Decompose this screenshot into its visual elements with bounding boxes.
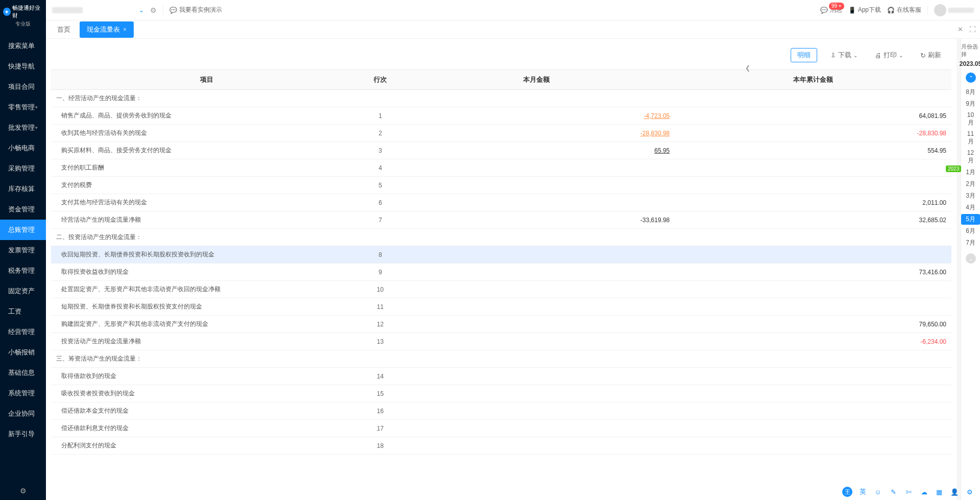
sidebar-item[interactable]: 采购管理 (0, 158, 46, 179)
month-item[interactable]: 10月 (961, 110, 980, 128)
app-download-button[interactable]: 📱 App下载 (848, 6, 881, 14)
logo-icon: ✦ (3, 8, 11, 16)
tool-gear-icon[interactable]: ⚙ (965, 487, 975, 497)
sidebar-item[interactable]: 小畅报销 (0, 342, 46, 363)
table-row[interactable]: 一、经营活动产生的现金流量： (51, 90, 951, 107)
user-menu[interactable] (934, 4, 974, 16)
sidebar-item[interactable]: 零售管理▾ (0, 97, 46, 117)
month-item[interactable]: 3月 (961, 191, 980, 201)
month-scroll-up[interactable]: ⌃ (966, 73, 976, 83)
table-row[interactable]: 支付其他与经营活动有关的现金62,011.00 (51, 194, 951, 211)
sidebar-item[interactable]: 项目合同 (0, 77, 46, 97)
close-tabs-icon[interactable]: ✕ (958, 26, 963, 33)
col-item-header: 项目 (51, 70, 362, 90)
sidebar-item-label: 企业协同 (8, 409, 35, 418)
sidebar-item[interactable]: 发票管理 (0, 240, 46, 260)
sidebar-item[interactable]: 企业协同 (0, 403, 46, 424)
demo-link[interactable]: 💬 我要看实例演示 (169, 6, 222, 14)
cell-year-amount: 554.95 (675, 142, 951, 159)
table-row[interactable]: 偿还借款利息支付的现金17 (51, 420, 951, 437)
table-row[interactable]: 取得投资收益收到的现金973,416.00 (51, 264, 951, 281)
expand-panel-icon[interactable]: ❮ (745, 64, 750, 72)
close-icon[interactable]: × (123, 26, 127, 33)
table-row[interactable]: 二、投资活动产生的现金流量： (51, 229, 951, 246)
table-row[interactable]: 销售产成品、商品、提供劳务收到的现金1-4,723.0564,081.95 (51, 107, 951, 125)
month-item[interactable]: 1月 (961, 167, 980, 178)
table-row[interactable]: 分配利润支付的现金18 (51, 437, 951, 455)
tool-scissors-icon[interactable]: ✄ (903, 487, 914, 497)
table-row[interactable]: 取得借款收到的现金14 (51, 368, 951, 385)
fullscreen-icon[interactable]: ⛶ (969, 26, 976, 33)
sidebar-item[interactable]: 快捷导航 (0, 56, 46, 77)
tool-person-icon[interactable]: 👤 (949, 487, 960, 497)
sidebar-item[interactable]: 固定资产 (0, 281, 46, 301)
ime-badge[interactable]: 王 (842, 487, 852, 497)
tool-edit-icon[interactable]: ✎ (888, 487, 898, 497)
tab[interactable]: 现金流量表× (80, 21, 134, 38)
table-row[interactable]: 支付的职工薪酬4 (51, 159, 951, 177)
cell-item: 收到其他与经营活动有关的现金 (51, 125, 362, 142)
sidebar-item[interactable]: 系统管理 (0, 383, 46, 403)
cell-item: 分配利润支付的现金 (51, 437, 362, 455)
table-row[interactable]: 偿还借款本金支付的现金16 (51, 402, 951, 420)
sidebar-item[interactable]: 搜索菜单 (0, 36, 46, 56)
cell-year-amount (675, 402, 951, 420)
sidebar-item[interactable]: 基础信息 (0, 363, 46, 383)
month-item[interactable]: 9月 (961, 99, 980, 109)
table-row[interactable]: 三、筹资活动产生的现金流量： (51, 350, 951, 368)
tool-cloud-icon[interactable]: ☁ (919, 487, 929, 497)
gear-icon[interactable]: ⚙ (150, 6, 157, 14)
table-row[interactable]: 支付的税费5 (51, 177, 951, 194)
month-item[interactable]: 11月 (961, 129, 980, 147)
message-button[interactable]: 💬 消息 99 + (820, 6, 842, 14)
tool-smile-icon[interactable]: ☺ (873, 487, 883, 497)
sidebar-item[interactable]: 经营管理 (0, 322, 46, 342)
sidebar-item[interactable]: 库存核算 (0, 179, 46, 199)
table-row[interactable]: 投资活动产生的现金流量净额13-6,234.00 (51, 333, 951, 350)
cell-month-amount[interactable]: -4,723.05 (398, 107, 675, 125)
cell-year-amount (675, 298, 951, 316)
cell-seq: 4 (362, 159, 398, 177)
print-button[interactable]: 🖨 打印 ⌄ (871, 49, 907, 62)
table-row[interactable]: 收到其他与经营活动有关的现金2-28,830.98-28,830.98 (51, 125, 951, 142)
sidebar-item[interactable]: 批发管理▾ (0, 117, 46, 138)
cell-month-amount[interactable]: 65.95 (398, 142, 675, 159)
sidebar-item[interactable]: 税务管理 (0, 260, 46, 281)
table-row[interactable]: 收回短期投资、长期债券投资和长期股权投资收到的现金8 (51, 246, 951, 264)
cell-month-amount (398, 229, 675, 246)
month-item[interactable]: 6月 (961, 226, 980, 236)
table-row[interactable]: 购买原材料、商品、接受劳务支付的现金365.95554.95 (51, 142, 951, 159)
cell-item: 经营活动产生的现金流量净额 (51, 211, 362, 229)
cell-month-amount[interactable]: -28,830.98 (398, 125, 675, 142)
table-row[interactable]: 吸收投资者投资收到的现金15 (51, 385, 951, 402)
cell-seq: 18 (362, 437, 398, 455)
table-row[interactable]: 购建固定资产、无形资产和其他非流动资产支付的现金1279,650.00 (51, 316, 951, 333)
detail-button[interactable]: 明细 (791, 48, 817, 62)
sidebar-item[interactable]: 新手引导 (0, 424, 46, 444)
download-button[interactable]: ⇩ 下载 ⌄ (826, 49, 862, 62)
sidebar-item[interactable]: 资金管理 (0, 199, 46, 220)
sidebar-item[interactable]: 小畅电商 (0, 138, 46, 158)
cell-year-amount: 73,416.00 (675, 264, 951, 281)
tab[interactable]: 首页 (50, 21, 78, 38)
month-item[interactable]: 12月 (961, 148, 980, 166)
month-item[interactable]: 4月 (961, 202, 980, 213)
refresh-button[interactable]: ↻ 刷新 (916, 49, 945, 62)
settings-icon[interactable]: ⚙ (0, 482, 46, 500)
sidebar-item[interactable]: 总账管理 (0, 220, 46, 240)
table-row[interactable]: 经营活动产生的现金流量净额7-33,619.9832,685.02 (51, 211, 951, 229)
tool-grid-icon[interactable]: ▦ (934, 487, 944, 497)
year-badge: 2023 (946, 165, 961, 172)
month-item[interactable]: 7月 (961, 237, 980, 248)
table-row[interactable]: 短期投资、长期债券投资和长期股权投资支付的现金11 (51, 298, 951, 316)
sidebar-item[interactable]: 工资 (0, 301, 46, 322)
month-item[interactable]: 8月 (961, 87, 980, 98)
cell-seq: 6 (362, 194, 398, 211)
month-scroll-down[interactable]: ⌄ (966, 253, 976, 264)
ime-lang-button[interactable]: 英 (857, 487, 868, 497)
online-service-button[interactable]: 🎧 在线客服 (887, 6, 921, 14)
org-selector[interactable]: ⌄ (52, 7, 144, 14)
month-item[interactable]: 2月 (961, 179, 980, 189)
table-row[interactable]: 处置固定资产、无形资产和其他非流动资产收回的现金净额10 (51, 281, 951, 298)
month-item[interactable]: 5月 (961, 214, 980, 225)
